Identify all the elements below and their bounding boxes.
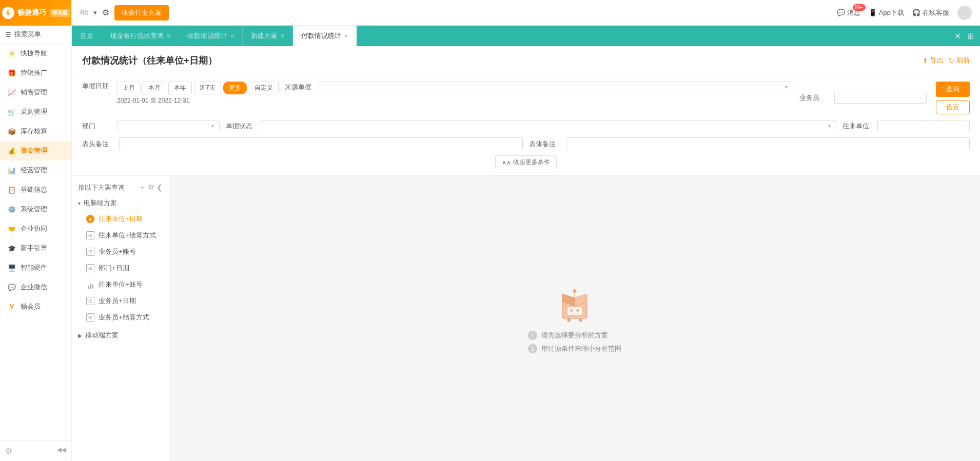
- sidebar-item-finance[interactable]: 💰 资金管理: [0, 141, 71, 161]
- scheme-item-dept-date[interactable]: ⊞ 部门+日期: [72, 260, 169, 276]
- tab-close-all-icon[interactable]: ✕: [952, 29, 963, 43]
- sidebar-item-sales[interactable]: 📈 销售管理: [0, 83, 71, 102]
- tab-payment-stats-label: 付款情况统计: [301, 31, 341, 41]
- sidebar-item-marketing[interactable]: 🎁 营销推广: [0, 63, 71, 83]
- notification-button[interactable]: 💬 消息 99+: [837, 8, 860, 17]
- tabbar: 首页 现金银行流水查询 × 收款情况统计 × 新建方案 × 付款情况统计 × ✕…: [72, 26, 980, 46]
- query-button[interactable]: 查询: [936, 82, 970, 97]
- export-label: 导出: [930, 56, 944, 65]
- tab-bank-flow-close[interactable]: ×: [167, 32, 170, 39]
- search-menu-item[interactable]: ☰ 搜索菜单: [0, 26, 71, 44]
- more-btn[interactable]: 更多: [223, 82, 247, 94]
- collapse-scheme-icon[interactable]: ❮: [156, 183, 163, 192]
- sidebar-item-operations[interactable]: 📊 经营管理: [0, 161, 71, 180]
- sidebar-item-corp[interactable]: 🤝 企业协同: [0, 219, 71, 238]
- tab-payment-stats-close[interactable]: ×: [344, 32, 348, 39]
- settings-scheme-icon[interactable]: ⚙: [148, 183, 154, 192]
- page-header: 付款情况统计（往来单位+日期） ⬆ 导出 ↻ 刷新: [72, 46, 980, 75]
- scheme-item-partner-date[interactable]: ● 往来单位+日期: [72, 211, 169, 227]
- app-name: 畅捷通巧: [17, 8, 46, 17]
- desktop-group-title[interactable]: ▾ 电脑端方案: [72, 195, 169, 211]
- custom-btn[interactable]: 自定义: [249, 82, 279, 94]
- sidebar-item-basic[interactable]: 📋 基础信息: [0, 180, 71, 199]
- marketing-icon: 🎁: [7, 68, 16, 77]
- table-header-note-input[interactable]: [119, 137, 523, 150]
- topbar-dropdown-icon[interactable]: ▾: [93, 9, 97, 16]
- sidebar-item-inventory[interactable]: 📦 库存核算: [0, 122, 71, 141]
- tab-payment-stats[interactable]: 付款情况统计 ×: [293, 26, 357, 46]
- collapse-sidebar-icon[interactable]: ◀◀: [57, 446, 66, 456]
- sidebar-item-system[interactable]: ⚙️ 系统管理: [0, 199, 71, 219]
- sidebar-item-label: 营销推广: [21, 68, 47, 77]
- guide-icon: 🎓: [7, 244, 16, 253]
- tab-receipt-stats-close[interactable]: ×: [230, 32, 234, 39]
- this-month-btn[interactable]: 本月: [143, 82, 166, 94]
- scheme-panel-header: 按以下方案查询 ＋ ⚙ ❮: [72, 180, 169, 195]
- dept-label: 部门: [82, 122, 113, 131]
- member-icon: V: [7, 302, 16, 311]
- user-avatar[interactable]: [957, 6, 972, 20]
- settings-footer-icon[interactable]: ⚙: [5, 446, 12, 456]
- date-filter-label: 单据日期: [82, 82, 113, 91]
- table-body-note-input[interactable]: [566, 137, 970, 150]
- page-actions: ⬆ 导出 ↻ 刷新: [923, 56, 970, 65]
- date-range-display: 2022-01-01 至 2022-12-31: [117, 96, 279, 105]
- sidebar-item-label: 企业微信: [21, 283, 47, 292]
- tab-new-scheme[interactable]: 新建方案 ×: [243, 26, 293, 46]
- refresh-button[interactable]: ↻ 刷新: [949, 56, 970, 65]
- desktop-group-label: 电脑端方案: [84, 198, 117, 208]
- this-year-btn[interactable]: 本年: [168, 82, 192, 94]
- tab-new-scheme-close[interactable]: ×: [281, 32, 284, 39]
- settings-button[interactable]: 设置: [936, 100, 970, 114]
- app-download-icon: 📱: [869, 9, 877, 16]
- partner-label: 往来单位: [842, 122, 873, 131]
- collapse-conditions-button[interactable]: ∧∧ 收起更多条件: [495, 155, 557, 169]
- tab-bank-flow[interactable]: 现金银行流水查询 ×: [102, 26, 179, 46]
- sidebar-item-member[interactable]: V 畅会员: [0, 297, 71, 316]
- desktop-group-arrow: ▾: [78, 201, 81, 206]
- online-service-button[interactable]: 🎧 在线客服: [912, 8, 949, 17]
- svg-rect-5: [570, 309, 573, 311]
- topbar-gear-icon[interactable]: ⚙: [102, 8, 109, 17]
- collapse-conditions-label: 收起更多条件: [513, 158, 550, 167]
- sidebar-item-label: 采购管理: [21, 107, 47, 116]
- table-header-note-label: 表头备注: [82, 139, 113, 149]
- last-month-btn[interactable]: 上月: [117, 82, 141, 94]
- export-icon: ⬆: [923, 57, 928, 65]
- scheme-item-salesman-account[interactable]: ⊞ 业务员+账号: [72, 244, 169, 260]
- last-7-days-btn[interactable]: 近7天: [194, 82, 221, 94]
- sidebar-item-purchase[interactable]: 🛒 采购管理: [0, 102, 71, 122]
- scheme-item-label: 部门+日期: [99, 264, 129, 273]
- export-button[interactable]: ⬆ 导出: [923, 56, 944, 65]
- salesman-select[interactable]: ···: [834, 93, 927, 104]
- sidebar-item-weixin[interactable]: 💬 企业微信: [0, 277, 71, 297]
- hint-num-2: 2: [528, 344, 537, 353]
- app-download-button[interactable]: 📱 App下载: [869, 8, 904, 17]
- scheme-item-label: 业务员+日期: [99, 296, 136, 306]
- scheme-panel-title: 按以下方案查询: [78, 183, 125, 192]
- service-icon: 🎧: [912, 9, 920, 16]
- doc-status-select[interactable]: ▾: [261, 121, 836, 131]
- scheme-item-partner-account[interactable]: 往来单位+账号: [72, 276, 169, 293]
- partner-select[interactable]: ···: [877, 121, 970, 131]
- mobile-group-title[interactable]: ▶ 移动端方案: [72, 328, 169, 343]
- scheme-item-partner-payment[interactable]: ⊞ 往来单位+结算方式: [72, 227, 169, 244]
- scheme-item-salesman-date[interactable]: ⊞ 业务员+日期: [72, 293, 169, 309]
- sidebar-item-quick-nav[interactable]: ⚡ 快捷导航: [0, 44, 71, 63]
- trial-button[interactable]: 体验行业方案: [114, 5, 169, 21]
- source-doc-select[interactable]: ▾: [320, 82, 793, 92]
- tab-receipt-stats[interactable]: 收款情况统计 ×: [179, 26, 243, 46]
- scheme-table-icon: ⊞: [86, 231, 94, 239]
- tab-receipt-stats-label: 收款情况统计: [187, 31, 227, 41]
- table-body-note-label: 表体备注: [529, 139, 560, 149]
- dept-select[interactable]: ▾: [117, 121, 220, 131]
- scheme-item-salesman-payment[interactable]: ⊞ 业务员+结算方式: [72, 309, 169, 326]
- sidebar-item-guide[interactable]: 🎓 新手引导: [0, 238, 71, 258]
- tab-expand-icon[interactable]: ⊞: [965, 29, 976, 43]
- tab-home[interactable]: 首页: [72, 26, 102, 46]
- svg-rect-11: [579, 318, 582, 322]
- dept-arrow: ▾: [211, 123, 214, 129]
- add-scheme-icon[interactable]: ＋: [139, 183, 146, 192]
- sidebar-item-hardware[interactable]: 🖥️ 智能硬件: [0, 258, 71, 277]
- scheme-item-label: 往来单位+结算方式: [99, 231, 156, 240]
